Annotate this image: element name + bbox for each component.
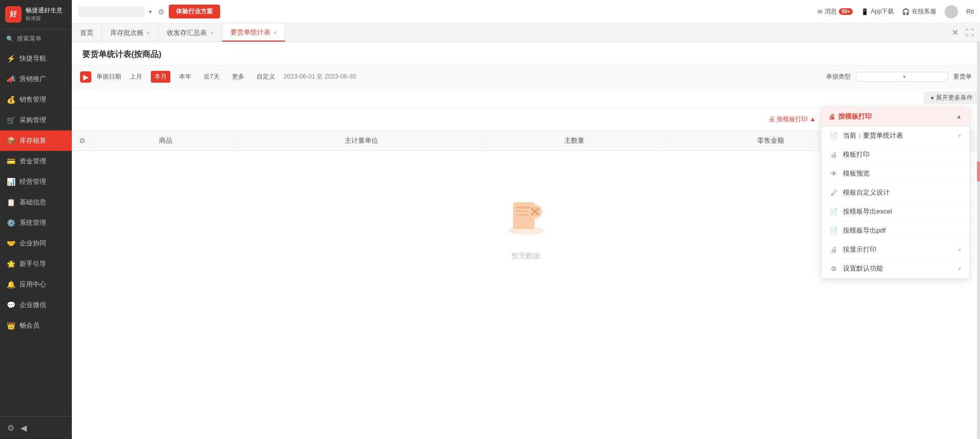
current-month-btn[interactable]: 本月: [151, 71, 170, 83]
current-year-btn[interactable]: 本年: [175, 71, 195, 83]
sidebar-item-guide[interactable]: 🌟 新手引导: [0, 254, 72, 274]
sidebar-item-basic[interactable]: 📋 基础信息: [0, 192, 72, 213]
sidebar-item-label: 库存核算: [19, 136, 46, 145]
current-template-arrow: ▾: [958, 133, 961, 139]
content-area: 要货单统计表(按商品) ▶ 单据日期 上月 本月 本年 近7天 更多 自定义 2…: [72, 42, 980, 439]
col-settings[interactable]: ⚙: [72, 131, 93, 151]
search-menu[interactable]: 🔍 搜索菜单: [0, 29, 72, 48]
print-template-btn[interactable]: 🖨 按模板打印 ▲: [765, 113, 820, 126]
tabbar-buttons: ✕ ⛶: [946, 27, 980, 39]
messages-btn[interactable]: ✉ 消息 99+: [817, 7, 853, 16]
tab-order-stats-label: 要货单统计表: [230, 28, 270, 37]
dropdown-collapse-btn[interactable]: ▲: [956, 113, 962, 120]
custom-date-btn[interactable]: 自定义: [253, 71, 279, 83]
logo-app-name: 畅捷通好生意: [26, 7, 63, 15]
default-function-arrow: ▾: [958, 266, 961, 272]
purchase-icon: 🛒: [6, 116, 15, 124]
sidebar-item-label: 企业协同: [19, 239, 46, 248]
display-print-arrow: ▾: [958, 247, 961, 253]
collapse-sidebar-btn[interactable]: ◀: [21, 423, 27, 433]
expand-tabs-btn[interactable]: ⛶: [964, 27, 976, 39]
tabbar: 首页 库存批次账 × 收发存汇总表 × 要货单统计表 × ✕ ⛶: [72, 24, 980, 42]
sidebar-item-label: 系统管理: [19, 218, 46, 227]
sidebar-item-system[interactable]: ⚙️ 系统管理: [0, 213, 72, 233]
sidebar-item-finance[interactable]: 💳 资金管理: [0, 151, 72, 171]
filter-toggle-btn[interactable]: ▶: [80, 71, 91, 83]
empty-text: 暂无数据: [512, 252, 540, 261]
print-dropdown: 🖨 按模板打印 ▲ 📄 当前：要货单统计表 ▾ 🖨 模板打印 👁: [821, 107, 970, 279]
tab-collect-report[interactable]: 收发存汇总表 ×: [159, 24, 222, 42]
sidebar-item-appstore[interactable]: 🔔 应用中心: [0, 274, 72, 295]
appstore-icon: 🔔: [6, 280, 15, 289]
system-icon: ⚙️: [6, 219, 15, 227]
sidebar-item-inventory[interactable]: 📦 库存核算: [0, 130, 72, 151]
expand-conditions-btn[interactable]: ▾ 展开更多条件: [924, 91, 980, 104]
user-name-text: Rit: [966, 8, 974, 15]
dropdown-item-default-function[interactable]: ⚙ 设置默认功能 ▾: [821, 259, 969, 278]
sidebar-item-sales[interactable]: 💰 销售管理: [0, 89, 72, 110]
app-download-btn[interactable]: 📱 App下载: [861, 7, 894, 16]
collab-icon: 🤝: [6, 239, 15, 247]
avatar[interactable]: [945, 5, 958, 18]
basic-icon: 📋: [6, 198, 15, 206]
order-type-select[interactable]: ▾: [856, 72, 948, 82]
close-all-tabs-btn[interactable]: ✕: [950, 27, 961, 39]
print-template-label: 按模板打印: [777, 115, 808, 124]
sidebar-item-member[interactable]: 👑 畅会员: [0, 315, 72, 336]
page-title: 要货单统计表(按商品): [82, 50, 162, 59]
expand-icon: ▾: [931, 94, 934, 102]
topbar-actions: ✉ 消息 99+ 📱 App下载 🎧 在线客服 Rit: [817, 5, 974, 18]
sidebar-item-label: 快捷导航: [19, 54, 46, 63]
tab-order-stats-close[interactable]: ×: [273, 29, 277, 35]
current-template-label: 当前：要货单统计表: [843, 131, 953, 140]
dropdown-item-export-pdf[interactable]: 📄 按模板导出pdf: [821, 221, 969, 240]
sidebar-footer: ⚙ ◀: [0, 416, 72, 439]
sidebar-item-purchase[interactable]: 🛒 采购管理: [0, 110, 72, 130]
sidebar-item-label: 企业微信: [19, 300, 46, 310]
topbar-gear-icon[interactable]: ⚙: [158, 8, 165, 16]
prev-month-btn[interactable]: 上月: [126, 71, 146, 83]
logo[interactable]: 好 畅捷通好生意 标准版: [0, 0, 72, 29]
user-name[interactable]: Rit: [966, 8, 974, 15]
dropdown-item-template-preview[interactable]: 👁 模板预览: [821, 164, 969, 183]
dropdown-item-template-design[interactable]: 🖊 模板自定义设计: [821, 183, 969, 202]
col-quantity: 主数量: [485, 131, 664, 151]
right-scrollbar[interactable]: [977, 42, 980, 439]
sidebar-item-label: 采购管理: [19, 116, 46, 125]
dropdown-current-item[interactable]: 📄 当前：要货单统计表 ▾: [821, 126, 969, 145]
page-header: 要货单统计表(按商品): [72, 42, 980, 66]
logo-text-group: 畅捷通好生意 标准版: [26, 7, 63, 22]
online-service-btn[interactable]: 🎧 在线客服: [902, 7, 936, 16]
template-print-label: 模板打印: [843, 150, 961, 159]
topbar-search-input[interactable]: [78, 6, 145, 17]
dropdown-item-export-excel[interactable]: 📄 按模板导出excel: [821, 202, 969, 221]
more-date-btn[interactable]: 更多: [228, 71, 248, 83]
sidebar-item-wechat[interactable]: 💬 企业微信: [0, 295, 72, 315]
sidebar-item-label: 营销推广: [19, 74, 46, 84]
column-settings-icon[interactable]: ⚙: [79, 137, 86, 145]
order-type-label: 单据类型: [826, 72, 851, 81]
dropdown-item-display-print[interactable]: 🖨 按显示打印 ▾: [821, 240, 969, 259]
sidebar-item-collab[interactable]: 🤝 企业协同: [0, 233, 72, 254]
tab-batch-account-close[interactable]: ×: [147, 30, 150, 36]
tab-order-stats[interactable]: 要货单统计表 ×: [222, 24, 285, 42]
download-icon: 📱: [861, 8, 869, 15]
tab-batch-account[interactable]: 库存批次账 ×: [102, 24, 159, 42]
sidebar-item-quick-nav[interactable]: ⚡ 快捷导航: [0, 48, 72, 69]
sidebar-item-operation[interactable]: 📊 经营管理: [0, 171, 72, 192]
tab-home[interactable]: 首页: [72, 24, 102, 42]
last-7-days-btn[interactable]: 近7天: [200, 71, 223, 83]
topbar-chevron-icon[interactable]: ▾: [149, 8, 152, 15]
template-preview-icon: 👁: [830, 170, 838, 178]
dropdown-item-template-print[interactable]: 🖨 模板打印: [821, 145, 969, 164]
settings-footer-btn[interactable]: ⚙: [7, 423, 14, 433]
print-arrow-icon: ▲: [810, 116, 816, 123]
empty-svg-icon: [500, 192, 552, 243]
sidebar-item-label: 资金管理: [19, 157, 46, 166]
tab-collect-report-close[interactable]: ×: [210, 30, 213, 36]
trial-btn[interactable]: 体验行业方案: [169, 5, 220, 18]
col-product: 商品: [93, 131, 238, 151]
sidebar-item-marketing[interactable]: 📣 营销推广: [0, 69, 72, 89]
print-icon: 🖨: [769, 116, 775, 123]
export-excel-icon: 📄: [830, 208, 838, 216]
